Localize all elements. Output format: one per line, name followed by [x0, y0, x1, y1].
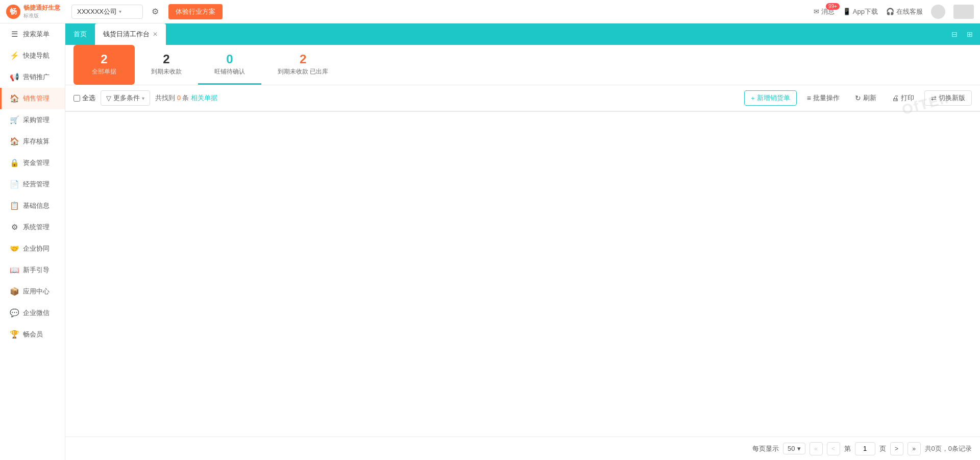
settings-icon[interactable]: ⚙ — [147, 4, 163, 20]
sidebar-wechat-label: 企业微信 — [23, 308, 50, 318]
tab-home-label: 首页 — [74, 30, 87, 39]
last-page-btn[interactable]: » — [908, 442, 921, 455]
stat-card-overdue[interactable]: 2 到期未收款 — [135, 45, 198, 85]
filter-label: 更多条件 — [113, 93, 140, 103]
sidebar-item-operations[interactable]: 📄 经营管理 — [0, 174, 65, 195]
sidebar-item-search[interactable]: ☰ 搜索菜单 — [0, 23, 65, 45]
prev-page-btn[interactable]: < — [827, 442, 840, 455]
tab-close-icon[interactable]: ✕ — [153, 31, 158, 38]
purchase-icon: 🛒 — [10, 115, 19, 125]
sidebar-item-marketing[interactable]: 📢 营销推广 — [0, 66, 65, 88]
sidebar-item-member[interactable]: 🏆 畅会员 — [0, 324, 65, 345]
page-size-label: 每页显示 — [752, 444, 779, 453]
enterprise-icon: 🤝 — [10, 244, 19, 253]
sidebar-enterprise-label: 企业协同 — [23, 244, 50, 253]
sidebar-item-wechat[interactable]: 💬 企业微信 — [0, 302, 65, 324]
message-btn[interactable]: ✉ 消息 99+ — [814, 7, 835, 16]
add-sales-btn[interactable]: + 新增销货单 — [744, 90, 797, 106]
trial-button[interactable]: 体验行业方案 — [168, 4, 223, 19]
page-input[interactable] — [855, 442, 875, 455]
sidebar-guide-label: 新手引导 — [23, 265, 50, 275]
app-download-btn[interactable]: 📱 App下载 — [843, 7, 878, 16]
sidebar-item-quick-nav[interactable]: ⚡ 快捷导航 — [0, 45, 65, 66]
stat-card-pending[interactable]: 0 旺铺待确认 — [198, 45, 261, 85]
guide-icon: 📖 — [10, 265, 19, 275]
select-all-input[interactable] — [74, 95, 80, 102]
marketing-icon: 📢 — [10, 72, 19, 82]
app-center-icon: 📦 — [10, 287, 19, 296]
page-suffix: 页 — [879, 444, 886, 453]
sales-icon: 🏠 — [10, 94, 19, 103]
wechat-icon: 💬 — [10, 308, 19, 318]
switch-icon: ⇄ — [931, 94, 937, 102]
sidebar-search-label: 搜索菜单 — [23, 30, 50, 39]
system-icon: ⚙ — [10, 223, 19, 232]
print-label: 打印 — [901, 93, 914, 103]
sidebar-item-finance[interactable]: 🔒 资金管理 — [0, 152, 65, 174]
print-icon: 🖨 — [892, 94, 899, 102]
tab-home[interactable]: 首页 — [65, 23, 95, 45]
page-total: 共0页，0条记录 — [925, 444, 972, 453]
logo-text: 畅捷通好生意 标准版 — [23, 4, 60, 19]
avatar[interactable] — [931, 5, 945, 19]
refresh-btn[interactable]: ↻ 刷新 — [850, 91, 881, 105]
online-service-btn[interactable]: 🎧 在线客服 — [886, 7, 923, 16]
message-badge: 99+ — [826, 3, 840, 10]
found-unit: 条 — [182, 94, 189, 102]
tab-maximize-icon[interactable]: ⊞ — [964, 28, 976, 40]
sidebar-item-app-center[interactable]: 📦 应用中心 — [0, 281, 65, 302]
sidebar-item-enterprise[interactable]: 🤝 企业协同 — [0, 238, 65, 259]
batch-action-btn[interactable]: ≡ 批量操作 — [802, 91, 845, 105]
stat-card-all[interactable]: 2 全部单据 — [74, 45, 135, 85]
tab-workbench[interactable]: 钱货日清工作台 ✕ — [95, 23, 166, 45]
headset-icon: 🎧 — [886, 8, 894, 15]
toolbar: 全选 ▽ 更多条件 ▾ 共找到 0 条 相关单据 + 新增销货单 — [65, 85, 980, 111]
stat-num-overdue-out: 2 — [300, 52, 306, 66]
company-name: XXXXXX公司 — [77, 7, 117, 16]
search-menu-icon: ☰ — [10, 30, 19, 39]
company-selector[interactable]: XXXXXX公司 ▾ — [71, 5, 143, 19]
found-prefix: 共找到 — [155, 94, 175, 102]
switch-version-btn[interactable]: ⇄ 切换新版 — [924, 90, 972, 106]
tab-minimize-icon[interactable]: ⊟ — [948, 28, 961, 40]
page-size-select[interactable]: 50 ▾ — [783, 443, 805, 454]
stats-row: 2 全部单据 2 到期未收款 0 旺铺待确认 2 到期未收款 已出库 — [65, 45, 980, 85]
user-menu[interactable] — [953, 5, 974, 19]
sidebar-item-sales[interactable]: 🏠 销售管理 — [0, 88, 65, 109]
filter-button[interactable]: ▽ 更多条件 ▾ — [101, 90, 150, 106]
filter-arrow-icon: ▾ — [142, 95, 144, 101]
sidebar-item-purchase[interactable]: 🛒 采购管理 — [0, 109, 65, 131]
logo-icon: 畅 — [6, 5, 20, 19]
message-icon: ✉ — [814, 8, 819, 15]
header-right: ✉ 消息 99+ 📱 App下载 🎧 在线客服 — [814, 5, 974, 19]
sidebar-quick-nav-label: 快捷导航 — [23, 51, 50, 60]
sidebar-item-inventory[interactable]: 🏠 库存核算 — [0, 131, 65, 152]
pagination-bar: 每页显示 50 ▾ « < 第 页 > » 共0页，0条记录 — [65, 437, 980, 460]
stat-card-overdue-out[interactable]: 2 到期未收款 已出库 — [261, 45, 345, 85]
page-label: 第 — [844, 444, 851, 453]
refresh-label: 刷新 — [863, 93, 876, 103]
select-all-checkbox[interactable]: 全选 — [74, 93, 95, 103]
sidebar-item-system[interactable]: ⚙ 系统管理 — [0, 216, 65, 238]
next-page-btn[interactable]: > — [890, 442, 903, 455]
batch-icon: ≡ — [807, 94, 811, 102]
first-page-btn[interactable]: « — [810, 442, 823, 455]
found-link[interactable]: 相关单据 — [191, 94, 217, 102]
print-btn[interactable]: 🖨 打印 — [887, 91, 919, 105]
toolbar-left: 全选 ▽ 更多条件 ▾ 共找到 0 条 相关单据 — [74, 90, 217, 106]
page-size-arrow: ▾ — [797, 445, 801, 452]
mobile-icon: 📱 — [843, 8, 851, 15]
stat-num-overdue: 2 — [163, 52, 169, 66]
switch-label: 切换新版 — [939, 93, 965, 103]
stat-num-pending: 0 — [226, 52, 233, 66]
sidebar-finance-label: 资金管理 — [23, 158, 50, 167]
top-header: 畅 畅捷通好生意 标准版 XXXXXX公司 ▾ ⚙ 体验行业方案 ✉ 消息 99… — [0, 0, 980, 23]
stat-num-all: 2 — [101, 52, 107, 66]
sidebar-item-basic-info[interactable]: 📋 基础信息 — [0, 195, 65, 216]
found-text: 共找到 0 条 相关单据 — [155, 93, 217, 103]
stat-label-overdue: 到期未收款 — [151, 67, 182, 76]
sidebar-item-guide[interactable]: 📖 新手引导 — [0, 259, 65, 281]
found-num: 0 — [177, 94, 181, 102]
chevron-down-icon: ▾ — [119, 9, 121, 14]
content-area: 2 全部单据 2 到期未收款 0 旺铺待确认 2 到期未收款 已出库 全选 — [65, 45, 980, 460]
